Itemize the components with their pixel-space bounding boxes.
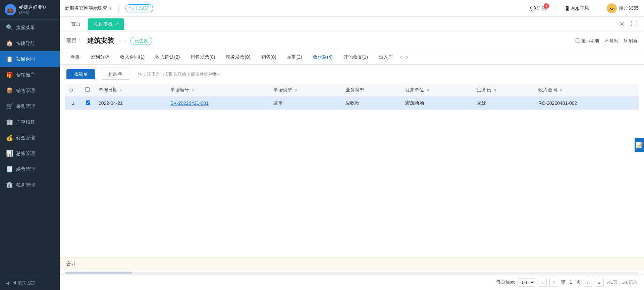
tab-home[interactable]: 首页 xyxy=(65,18,87,30)
window-maximize-button[interactable]: ⛶ xyxy=(629,19,639,29)
sub-nav-income-contract[interactable]: 收入合同(1) xyxy=(115,50,150,65)
refresh-button[interactable]: ↻ 刷新 xyxy=(624,38,637,44)
sub-nav-collection[interactable]: 收付款(4) xyxy=(308,50,338,65)
total-row: 合计： xyxy=(60,257,644,270)
sort-icon-date: ⇅ xyxy=(120,88,123,92)
tab-board[interactable]: 项目看板 × xyxy=(88,18,124,30)
topbar-divider3 xyxy=(598,4,598,12)
th-partner[interactable]: 往来单位 ⇅ xyxy=(401,84,473,97)
sidebar-unpin[interactable]: ◀ ◀ 取消固定 xyxy=(0,276,60,290)
table-row[interactable]: 1 2022-04-21 SK-20220421-001 蓝单 应收款 宏茂商场 xyxy=(65,97,639,110)
show-detail-checkbox[interactable] xyxy=(576,39,580,43)
window-close-button[interactable]: ✕ xyxy=(617,19,627,29)
project-header: 项目： 建筑安装 ··· 已生效 显示明细 ↗ 导出 ↻ 刷新 xyxy=(60,31,644,50)
app-logo-icon: 💼 xyxy=(5,4,16,15)
th-income-contract[interactable]: 收入合同 ⇅ xyxy=(534,84,639,97)
select-all-checkbox[interactable] xyxy=(85,87,90,92)
sidebar-item-tax[interactable]: 🏛️ 税务管理 xyxy=(0,177,60,193)
row-checkbox[interactable] xyxy=(86,100,90,105)
project-more-icon[interactable]: ··· xyxy=(119,37,126,44)
content-area: 项目： 建筑安装 ··· 已生效 显示明细 ↗ 导出 ↻ 刷新 xyxy=(60,31,644,290)
payment-tab-button[interactable]: 付款单 xyxy=(101,69,130,80)
th-date[interactable]: 单据日期 ⇅ xyxy=(95,84,166,97)
sort-icon-partner: ⇅ xyxy=(426,88,429,92)
sub-nav-next-arrow[interactable]: › xyxy=(404,52,410,63)
sub-nav-other-expense[interactable]: 其他收支(1) xyxy=(338,50,373,65)
sidebar-item-inventory[interactable]: 🏢 库存核算 xyxy=(0,114,60,130)
mobile-icon: 📱 xyxy=(564,6,570,11)
panel-content: 收款单 付款单 注：这里是与项目关联的全部收付款单哦～ ⚙ xyxy=(60,65,644,290)
cell-partner: 宏茂商场 xyxy=(401,97,473,110)
tabbar: 首页 项目看板 × ✕ ⛶ xyxy=(60,17,644,31)
settings-icon[interactable]: ⚙ xyxy=(69,87,73,93)
sort-icon-salesperson: ⇅ xyxy=(493,88,496,92)
show-detail-checkbox-label[interactable]: 显示明细 xyxy=(576,38,599,44)
table-wrap: ⚙ 单据日期 ⇅ 单据编号 ⇅ xyxy=(60,84,644,257)
sub-nav-inout[interactable]: 出入库 xyxy=(373,50,398,65)
cell-salesperson: 龙妹 xyxy=(473,97,534,110)
sidebar-item-contract[interactable]: 📋 项目合同 xyxy=(0,51,60,67)
next-page-button[interactable]: › xyxy=(584,278,592,287)
sub-nav-purchase[interactable]: 采购(2) xyxy=(282,50,308,65)
gift-icon: 🎁 xyxy=(6,71,13,78)
app-download-button[interactable]: 📱 App下载 xyxy=(564,5,589,11)
receipt-tab-button[interactable]: 收款单 xyxy=(66,69,95,79)
sub-nav-profit[interactable]: 盈利分析 xyxy=(85,50,115,65)
last-page-button[interactable]: » xyxy=(595,278,604,287)
th-salesperson[interactable]: 业务员 ⇅ xyxy=(473,84,534,97)
per-page-label: 每页显示 xyxy=(496,279,515,285)
th-code[interactable]: 单据编号 ⇅ xyxy=(166,84,269,97)
main-content: 新服务官网演示账套 ▾ 🛡 已认证 💬 消息 1 📱 App下载 🐱 用户335… xyxy=(60,0,644,290)
per-page-select[interactable]: 50 xyxy=(518,278,535,287)
export-button[interactable]: ↗ 导出 xyxy=(604,38,618,44)
sidebar-item-search[interactable]: 🔍 搜索菜单 xyxy=(0,20,60,35)
home-icon: 🏠 xyxy=(6,40,13,47)
total-label: 合计： xyxy=(66,261,80,266)
sub-nav-tax-invoice[interactable]: 税务发票(0) xyxy=(220,50,256,65)
first-page-button[interactable]: « xyxy=(538,278,547,287)
table-scrollbar[interactable] xyxy=(65,272,639,274)
cell-biz-type: 应收款 xyxy=(341,97,401,110)
sidebar-logo-text: 畅捷通好业财 标准版 xyxy=(19,4,47,15)
sub-tabs: 收款单 付款单 注：这里是与项目关联的全部收付款单哦～ xyxy=(60,65,644,84)
user-menu[interactable]: 🐱 用户3355 xyxy=(607,3,639,13)
receipt-icon: 🧾 xyxy=(6,166,13,173)
account-dropdown-icon[interactable]: ▾ xyxy=(109,6,112,11)
th-settings[interactable]: ⚙ xyxy=(65,84,81,97)
th-type[interactable]: 单据类型 ⇅ xyxy=(269,84,341,97)
topbar-divider xyxy=(118,4,119,12)
sub-nav: 看板 盈利分析 收入合同(1) 收入确认(2) 销售发票(0) 税务发票(0) … xyxy=(60,50,644,65)
sub-nav-sales-invoice[interactable]: 销售发票(0) xyxy=(185,50,220,65)
sidebar-item-shortcut[interactable]: 🏠 快捷导航 xyxy=(0,35,60,51)
project-name: 建筑安装 xyxy=(87,36,114,45)
avatar: 🐱 xyxy=(607,3,617,13)
export-icon: ↗ xyxy=(604,38,608,43)
sidebar-item-finance[interactable]: 💰 资金管理 xyxy=(0,130,60,146)
total-pages-info: 共1页，1条记录 xyxy=(606,279,637,285)
table-header: ⚙ 单据日期 ⇅ 单据编号 ⇅ xyxy=(65,84,639,97)
sidebar-item-ledger[interactable]: 📊 总账管理 xyxy=(0,146,60,161)
side-note-panel[interactable]: 📝 xyxy=(635,138,644,152)
sub-nav-board[interactable]: 看板 xyxy=(65,50,85,65)
cell-date: 2022-04-21 xyxy=(95,97,166,110)
table-scrollbar-thumb[interactable] xyxy=(65,272,132,274)
certified-badge: 🛡 已认证 xyxy=(125,4,153,12)
prev-page-button[interactable]: ‹ xyxy=(549,278,558,287)
cart-icon: 🛒 xyxy=(6,103,13,110)
sidebar-item-invoice[interactable]: 🧾 发票管理 xyxy=(0,161,60,177)
search-icon: 🔍 xyxy=(6,24,13,31)
table-scrollbar-wrap xyxy=(60,270,644,274)
message-button[interactable]: 💬 消息 1 xyxy=(530,5,546,11)
cell-code[interactable]: SK-20220421-001 xyxy=(166,97,269,110)
tab-close-icon[interactable]: × xyxy=(115,21,118,27)
sidebar-item-purchase[interactable]: 🛒 采购管理 xyxy=(0,98,60,114)
sub-nav-income-confirm[interactable]: 收入确认(2) xyxy=(150,50,185,65)
sort-icon-type: ⇅ xyxy=(294,88,298,92)
tax-icon: 🏛️ xyxy=(6,182,13,189)
topbar-right: 💬 消息 1 📱 App下载 🐱 用户3355 xyxy=(530,3,639,13)
th-checkbox xyxy=(81,84,95,97)
sidebar-item-marketing[interactable]: 🎁 营销推广 xyxy=(0,67,60,83)
sub-nav-sales[interactable]: 销售(0) xyxy=(256,50,282,65)
sub-nav-prev-arrow[interactable]: ‹ xyxy=(398,52,404,63)
sidebar-item-sales[interactable]: 📦 销售管理 xyxy=(0,83,60,98)
